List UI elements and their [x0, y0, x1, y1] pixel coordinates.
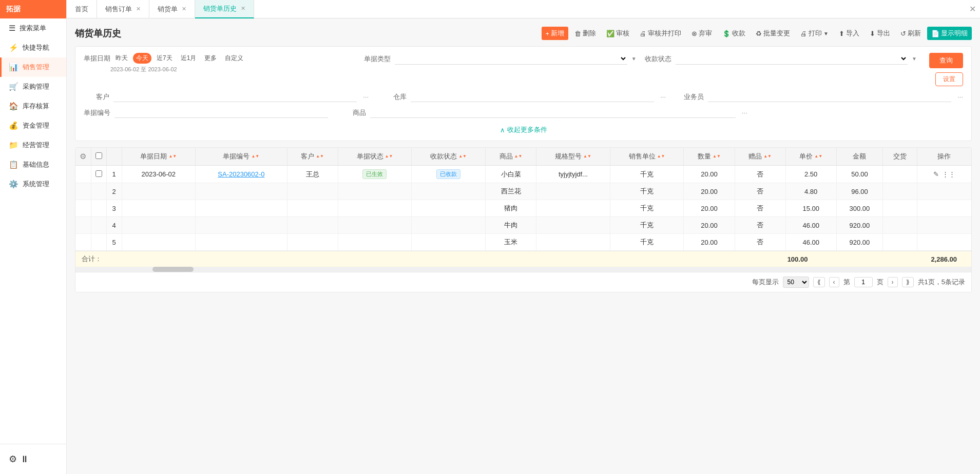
- doc-no-input[interactable]: [114, 107, 328, 118]
- date-shortcut-custom[interactable]: 自定义: [222, 53, 246, 64]
- show-detail-button[interactable]: 📄 显示明细: [927, 27, 972, 40]
- col-gift[interactable]: 赠品 ▲▼: [735, 148, 785, 166]
- table-settings-icon[interactable]: ⚙: [80, 152, 86, 161]
- first-page-button[interactable]: ⟪: [813, 277, 825, 287]
- set-button[interactable]: 设置: [935, 72, 963, 86]
- salesperson-input[interactable]: [708, 91, 951, 102]
- tab-sales-goods[interactable]: 销货单 ✕: [149, 0, 195, 18]
- col-checkbox[interactable]: [91, 148, 106, 166]
- row-action[interactable]: [917, 183, 971, 200]
- col-unit[interactable]: 销售单位 ▲▼: [610, 148, 684, 166]
- close-tab-sales-order[interactable]: ✕: [136, 6, 141, 12]
- date-shortcut-today[interactable]: 今天: [133, 53, 151, 64]
- row-action[interactable]: [917, 200, 971, 217]
- sidebar-item-sales-mgmt[interactable]: 📊 销售管理: [0, 57, 66, 77]
- collect-button[interactable]: 💲 收款: [718, 27, 750, 40]
- close-tab-sales-goods[interactable]: ✕: [182, 6, 186, 12]
- warehouse-picker-icon[interactable]: ···: [660, 93, 666, 101]
- tab-sales-history[interactable]: 销货单历史 ✕: [195, 0, 254, 18]
- col-payment-status[interactable]: 收款状态 ▲▼: [412, 148, 486, 166]
- goods-picker-icon[interactable]: ···: [742, 109, 747, 116]
- status-badge: 已收款: [436, 169, 460, 179]
- prev-page-button[interactable]: ‹: [829, 277, 839, 287]
- row-checkbox-input[interactable]: [95, 170, 102, 177]
- row-gift: 否: [735, 200, 785, 217]
- export-button[interactable]: ⬇ 导出: [866, 27, 894, 40]
- total-records: 共1页，5条记录: [918, 278, 965, 287]
- col-doc-status[interactable]: 单据状态 ▲▼: [338, 148, 412, 166]
- sidebar-item-search-menu[interactable]: ☰ 搜索菜单: [0, 18, 66, 38]
- audit-print-button[interactable]: 🖨 审核并打印: [636, 27, 685, 40]
- delete-button[interactable]: 🗑 删除: [570, 27, 600, 40]
- row-doc-no[interactable]: SA-20230602-0: [196, 166, 287, 183]
- sort-unit-icon: ▲▼: [657, 154, 665, 159]
- more-row-icon[interactable]: ⋮⋮: [942, 170, 955, 178]
- last-page-button[interactable]: ⟫: [902, 277, 914, 287]
- scroll-thumb[interactable]: [152, 267, 194, 272]
- row-goods: 西兰花: [485, 183, 536, 200]
- table-row: 5玉米千克20.00否46.00920.00: [75, 234, 971, 251]
- page-size-select[interactable]: 50 100: [783, 276, 809, 288]
- page-number-input[interactable]: [854, 277, 873, 287]
- row-qty: 20.00: [684, 183, 735, 200]
- row-doc-no[interactable]: [196, 234, 287, 251]
- customer-picker-icon[interactable]: ···: [363, 93, 369, 101]
- row-doc-no[interactable]: [196, 217, 287, 234]
- tab-sales-order[interactable]: 销售订单 ✕: [97, 0, 149, 18]
- goods-input[interactable]: [370, 107, 736, 118]
- batch-change-button[interactable]: ♻ 批量变更: [752, 27, 794, 40]
- sidebar-item-biz-mgmt[interactable]: 📁 经营管理: [0, 135, 66, 155]
- abandon-button[interactable]: ⊗ 弃审: [687, 27, 716, 40]
- inventory-icon: 🏠: [9, 102, 18, 111]
- row-action[interactable]: [917, 217, 971, 234]
- payment-status-select[interactable]: [676, 53, 908, 65]
- date-shortcut-yesterday[interactable]: 昨天: [112, 53, 131, 64]
- doc-type-select[interactable]: [395, 53, 627, 65]
- sidebar-item-settings-bottom[interactable]: ⚙ ⏸: [0, 448, 66, 470]
- date-shortcut-7days[interactable]: 近7天: [153, 53, 176, 64]
- close-tab-sales-history[interactable]: ✕: [241, 5, 245, 12]
- next-page-button[interactable]: ›: [888, 277, 898, 287]
- col-customer[interactable]: 客户 ▲▼: [287, 148, 338, 166]
- sidebar-item-inventory[interactable]: 🏠 库存核算: [0, 96, 66, 116]
- sidebar-item-sys-mgmt[interactable]: ⚙️ 系统管理: [0, 174, 66, 194]
- sidebar-item-purchase-mgmt[interactable]: 🛒 采购管理: [0, 77, 66, 96]
- salesperson-picker-icon[interactable]: ···: [957, 93, 963, 101]
- query-button[interactable]: 查询: [929, 53, 963, 68]
- col-doc-date[interactable]: 单据日期 ▲▼: [122, 148, 196, 166]
- print-button[interactable]: 🖨 打印 ▼: [796, 27, 833, 40]
- date-shortcut-more[interactable]: 更多: [201, 53, 220, 64]
- warehouse-input[interactable]: [411, 91, 654, 102]
- row-doc-no[interactable]: [196, 183, 287, 200]
- row-action[interactable]: [917, 234, 971, 251]
- sidebar-item-quick-nav[interactable]: ⚡ 快捷导航: [0, 38, 66, 57]
- add-button[interactable]: + 新增: [542, 27, 569, 40]
- customer-input[interactable]: [113, 91, 357, 102]
- col-goods[interactable]: 商品 ▲▼: [485, 148, 536, 166]
- sort-doc-status-icon: ▲▼: [385, 154, 393, 159]
- col-spec[interactable]: 规格型号 ▲▼: [536, 148, 610, 166]
- doc-no-link[interactable]: SA-20230602-0: [218, 170, 264, 178]
- sidebar-item-finance-mgmt[interactable]: 💰 资金管理: [0, 116, 66, 135]
- tab-home[interactable]: 首页: [67, 0, 97, 18]
- row-doc-no[interactable]: [196, 200, 287, 217]
- select-all-checkbox[interactable]: [95, 152, 102, 159]
- date-shortcut-1month[interactable]: 近1月: [178, 53, 200, 64]
- col-qty[interactable]: 数量 ▲▼: [684, 148, 735, 166]
- col-unit-price[interactable]: 单价 ▲▼: [785, 148, 836, 166]
- date-range: 2023-06-02 至 2023-06-02: [110, 66, 356, 73]
- col-doc-no[interactable]: 单据编号 ▲▼: [196, 148, 287, 166]
- edit-row-icon[interactable]: ✎: [933, 170, 939, 178]
- import-button[interactable]: ⬆ 导入: [835, 27, 863, 40]
- refresh-button[interactable]: ↺ 刷新: [896, 27, 925, 40]
- collapse-filter-row[interactable]: ∧ 收起更多条件: [84, 123, 963, 134]
- row-action[interactable]: ✎⋮⋮: [917, 166, 971, 183]
- row-goods: 猪肉: [485, 200, 536, 217]
- close-all-tabs[interactable]: ✕: [969, 4, 980, 14]
- row-goods: 牛肉: [485, 217, 536, 234]
- row-doc-date: [122, 183, 196, 200]
- audit-button[interactable]: ✅ 审核: [602, 27, 633, 40]
- col-settings[interactable]: ⚙: [75, 148, 91, 166]
- sidebar-item-basic-info[interactable]: 📋 基础信息: [0, 155, 66, 174]
- horizontal-scrollbar[interactable]: [75, 267, 971, 272]
